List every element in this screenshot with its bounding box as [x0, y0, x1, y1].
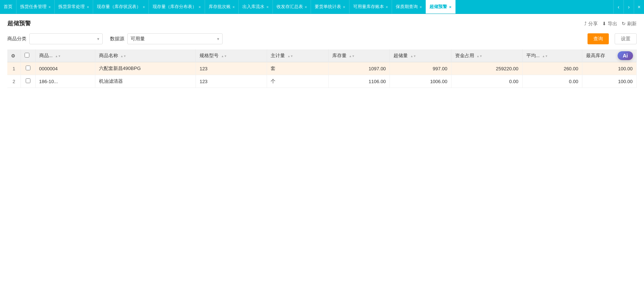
- nav-tab-batch[interactable]: 库存批次账 ×: [205, 0, 239, 14]
- datasource-chevron-icon: ▾: [217, 37, 219, 41]
- col-checkbox[interactable]: [21, 49, 35, 62]
- export-icon: ⬇: [602, 21, 606, 26]
- header-actions: ⤴ 分享 ⬇ 导出 ↻ 刷新: [584, 21, 637, 27]
- tab-label-exception: 拣货异常处理: [58, 4, 85, 10]
- col-name[interactable]: 商品名称 ▲▼: [95, 49, 196, 62]
- row-2-unit: 个: [267, 75, 329, 88]
- row-1-num: 1: [7, 62, 21, 75]
- row-2-avg: 0.00: [522, 75, 582, 88]
- category-filter: 商品分类 ▾: [7, 33, 103, 44]
- row-2-code: 186-10...: [35, 75, 95, 88]
- sort-stock-icon: ▲▼: [349, 55, 355, 58]
- export-button[interactable]: ⬇ 导出: [602, 21, 617, 27]
- page-content: 超储预警 ⤴ 分享 ⬇ 导出 ↻ 刷新 商品分类 ▾ 数据源: [0, 14, 644, 293]
- tab-label-stock-dist: 现存量（库存分布表）: [153, 4, 197, 10]
- row-1-stock: 1097.00: [328, 62, 390, 75]
- nav-tab-stock-status[interactable]: 现存量（库存状况表） ×: [93, 0, 149, 14]
- col-spec[interactable]: 规格型号 ▲▼: [196, 49, 267, 62]
- tab-label-expiry: 保质期查询: [396, 4, 418, 10]
- row-1-overstock: 997.00: [390, 62, 451, 75]
- nav-tab-stock-dist[interactable]: 现存量（库存分布表） ×: [149, 0, 205, 14]
- close-tab-summary[interactable]: ×: [305, 5, 307, 9]
- row-1-spec: 123: [196, 62, 267, 75]
- sort-spec-icon: ▲▼: [221, 55, 227, 58]
- row-2-overstock: 1006.00: [390, 75, 451, 88]
- datasource-select[interactable]: 可用量 ▾: [127, 33, 223, 44]
- col-avg-label: 平均...: [526, 53, 540, 58]
- col-max-stock-label: 最高库存: [586, 53, 605, 58]
- close-tab-stock-status[interactable]: ×: [143, 5, 145, 9]
- col-overstock[interactable]: 超储量 ▲▼: [390, 49, 451, 62]
- nav-tab-exception[interactable]: 拣货异常处理 ×: [55, 0, 93, 14]
- page-header: 超储预警 ⤴ 分享 ⬇ 导出 ↻ 刷新: [7, 20, 637, 27]
- close-tab-overstock[interactable]: ×: [449, 5, 451, 9]
- row-1-checkbox[interactable]: [21, 62, 35, 75]
- table-row: 2 186-10... 机油滤清器 123 个 1106.00 1006.00 …: [7, 75, 637, 88]
- col-spec-label: 规格型号: [200, 53, 219, 58]
- row-2-select[interactable]: [26, 78, 30, 83]
- col-unit-label: 主计量: [271, 53, 285, 58]
- settings-button[interactable]: 设置: [615, 33, 637, 44]
- nav-tab-available[interactable]: 可用量库存账本 ×: [350, 0, 392, 14]
- col-unit[interactable]: 主计量 ▲▼: [267, 49, 329, 62]
- col-avg[interactable]: 平均... ▲▼: [522, 49, 582, 62]
- col-code[interactable]: 商品... ▲▼: [35, 49, 95, 62]
- ai-badge[interactable]: Ai: [618, 51, 633, 60]
- row-1-select[interactable]: [26, 66, 30, 70]
- page-title: 超储预警: [7, 20, 31, 27]
- filter-row: 商品分类 ▾ 数据源 可用量 ▾ 查询 设置: [7, 33, 637, 44]
- close-tab-available[interactable]: ×: [386, 5, 388, 9]
- close-tab-expiry[interactable]: ×: [420, 5, 422, 9]
- row-1-name: 六配套新昌490BPG: [95, 62, 196, 75]
- row-1-max-stock: 100.00: [582, 62, 636, 75]
- nav-tab-inout[interactable]: 出入库流水 ×: [239, 0, 272, 14]
- col-gear[interactable]: ⚙: [7, 49, 21, 62]
- export-label: 导出: [608, 21, 617, 27]
- share-label: 分享: [588, 21, 598, 27]
- row-2-stock: 1106.00: [328, 75, 390, 88]
- close-tab-stock-dist[interactable]: ×: [198, 5, 201, 9]
- nav-tab-order-stat[interactable]: 要货单统计表 ×: [311, 0, 349, 14]
- close-tab-inout[interactable]: ×: [266, 5, 268, 9]
- nav-right-arrow[interactable]: ›: [623, 0, 634, 14]
- datasource-filter: 数据源 可用量 ▾: [110, 33, 223, 44]
- row-1-unit: 套: [267, 62, 329, 75]
- nav-tab-task-mgmt[interactable]: 拣货任务管理 ×: [17, 0, 55, 14]
- row-1-code: 0000004: [35, 62, 95, 75]
- col-name-label: 商品名称: [99, 53, 118, 58]
- refresh-button[interactable]: ↻ 刷新: [622, 21, 637, 27]
- nav-close-arrow[interactable]: ×: [634, 0, 644, 14]
- nav-tab-overstock[interactable]: 超储预警 ×: [426, 0, 455, 14]
- nav-tab-expiry[interactable]: 保质期查询 ×: [392, 0, 426, 14]
- select-all-checkbox[interactable]: [25, 53, 29, 58]
- category-select[interactable]: ▾: [29, 33, 103, 44]
- sort-capital-icon: ▲▼: [476, 55, 482, 58]
- close-tab-order-stat[interactable]: ×: [343, 5, 345, 9]
- row-2-num: 2: [7, 75, 21, 88]
- close-tab-batch[interactable]: ×: [233, 5, 235, 9]
- tab-label-batch: 库存批次账: [209, 4, 231, 10]
- col-overstock-label: 超储量: [394, 53, 408, 58]
- col-capital[interactable]: 资金占用 ▲▼: [451, 49, 522, 62]
- sort-avg-icon: ▲▼: [542, 55, 548, 58]
- tab-label-stock-status: 现存量（库存状况表）: [97, 4, 141, 10]
- query-button[interactable]: 查询: [588, 33, 609, 44]
- row-1-capital: 259220.00: [451, 62, 522, 75]
- category-chevron-icon: ▾: [97, 37, 99, 41]
- top-navigation: 首页 拣货任务管理 × 拣货异常处理 × 现存量（库存状况表） × 现存量（库存…: [0, 0, 644, 14]
- col-stock-label: 库存量: [332, 53, 347, 58]
- row-2-checkbox[interactable]: [21, 75, 35, 88]
- nav-left-arrow[interactable]: ‹: [613, 0, 623, 14]
- sort-overstock-icon: ▲▼: [410, 55, 416, 58]
- datasource-label: 数据源: [110, 36, 124, 42]
- col-stock[interactable]: 库存量 ▲▼: [328, 49, 390, 62]
- nav-tab-home[interactable]: 首页: [0, 0, 17, 14]
- tab-label-overstock: 超储预警: [429, 4, 447, 10]
- nav-tab-summary[interactable]: 收发存汇总表 ×: [273, 0, 311, 14]
- nav-arrows: ‹ › ×: [613, 0, 644, 14]
- close-tab-task-mgmt[interactable]: ×: [48, 5, 51, 9]
- sort-name-icon: ▲▼: [120, 55, 126, 58]
- close-tab-exception[interactable]: ×: [87, 5, 89, 9]
- share-button[interactable]: ⤴ 分享: [584, 21, 598, 27]
- tab-label-summary: 收发存汇总表: [277, 4, 303, 10]
